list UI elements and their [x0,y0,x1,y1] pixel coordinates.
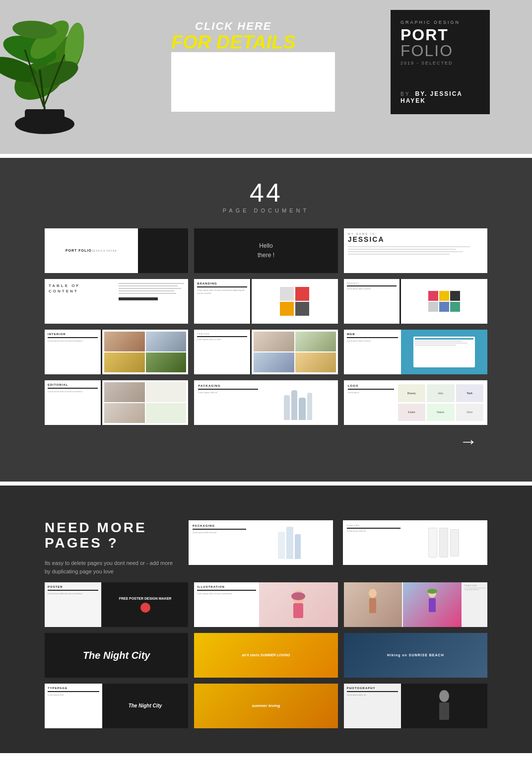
t1-subtitle: JESSICA HAYEK [92,249,118,252]
thumb-row-1: PORT FOLIO JESSICA HAYEK Hellothere ! MY… [45,228,487,273]
thumb-editorial[interactable]: EDITORIAL Lorem ipsum dolor sit amet con… [45,380,188,425]
jessica-label: JESSICA [348,235,483,243]
section-divider-2 [0,482,532,486]
thumb-logo[interactable]: LOGO Lorem ipsum Beauty Idea Tech Estate… [344,380,487,425]
svg-rect-19 [429,598,436,612]
thumb-row-3: EDITORIAL Lorem ipsum dolor sit amet con… [45,380,487,425]
page-number: 44 [45,178,487,208]
pkg2-label: PACKAGING [193,524,246,527]
need-more-top-row: NEED MORE PAGES ? Its easy to delete pag… [45,520,487,576]
thumb-row-nm4: TYPEPAGE Lorem ipsum dolor The Night Cit… [45,684,487,728]
dark-section: 44 PAGE DOCUMENT PORT FOLIO JESSICA HAYE… [0,158,532,482]
svg-point-15 [291,592,305,600]
toc-label: TABLE OFCONTENT [49,283,115,294]
hero-cta-area[interactable]: CLICK HERE For Details [171,20,296,52]
thumb-toc[interactable]: TABLE OFCONTENT [45,279,188,324]
hero-white-card [171,52,335,112]
thumb-interior1[interactable]: INTERIOR Lorem ipsum dolor sit amet cons… [45,330,188,374]
thumb-row-nm2: POSTER Lorem ipsum dolor sit amet consec… [45,582,487,627]
need-more-section: NEED MORE PAGES ? Its easy to delete pag… [0,486,532,753]
thumb-summer[interactable]: all it starts SUMMER LOVING [194,633,337,678]
graphic-design-label: GRAPHIC DESIGN [400,20,460,25]
fashion-figure1 [364,587,382,622]
for-details-text: For Details [171,33,296,52]
thumb-hiking[interactable]: Hiking on SUNRISE BEACH [344,633,487,678]
night-city-text: The Night City [83,650,150,661]
svg-point-16 [369,589,377,598]
thumb-fashion[interactable]: FEATURE Lorem ipsum dolor sit [344,582,487,627]
thumb-whitebag[interactable]: FEATURE Lorem ipsum dolor sit [343,520,487,565]
branding-label: BRANDING [197,282,247,285]
summer-text: all it starts SUMMER LOVING [242,653,290,657]
logo-label: LOGO [348,384,394,387]
hello-text: Hellothere ! [258,241,274,260]
web-label: WEB [347,333,399,336]
plant-svg [0,0,109,139]
jessica-lines [348,246,483,255]
thumb-interior2[interactable]: FEATURE Lorem ipsum dolor sit amet [194,330,337,374]
packaging-label: PACKAGING [198,384,258,387]
thumb-illustration[interactable]: ILLUSTRATION Lorem ipsum dolor sit amet … [194,582,337,627]
page-document-label: PAGE DOCUMENT [45,208,487,213]
click-here-text: CLICK HERE [171,20,296,33]
svg-rect-14 [293,603,303,618]
illustration-figure [286,587,311,622]
page-count-area: 44 PAGE DOCUMENT [45,178,487,213]
thumb-typepage[interactable]: TYPEPAGE Lorem ipsum dolor The Night Cit… [45,684,188,728]
free-poster-text: FREE POSTER DESIGN MAKER [119,596,172,601]
thumb-summer2[interactable]: summer loving [194,684,337,728]
need-more-title: NEED MORE PAGES ? [45,520,179,551]
svg-point-21 [439,690,449,702]
thumb-portfolio-cover[interactable]: PORT FOLIO JESSICA HAYEK [45,228,188,273]
arrow-area[interactable]: → [45,431,487,452]
hiking-text: Hiking on SUNRISE BEACH [387,653,444,658]
thumb-hello[interactable]: Hellothere ! [194,228,337,273]
thumb-web[interactable]: WEB Lorem ipsum dolor sit amet [344,330,487,374]
svg-rect-22 [439,702,449,720]
portfolio-title: PORT FOLIO [400,27,480,59]
svg-rect-1 [25,109,65,127]
svg-rect-17 [369,598,376,613]
by-label: BY. BY. JESSICA HAYEK [400,90,490,104]
thumb-jessica[interactable]: MY NAME IS JESSICA [344,228,487,273]
thumb-typography[interactable]: The Night City [45,633,188,678]
plant-decoration [0,0,109,139]
thumb-row-1b: TABLE OFCONTENT BRANDING Lorem ipsum dol… [45,279,487,324]
poster-label: POSTER [48,585,98,588]
thumb-branding[interactable]: BRANDING Lorem ipsum dolor sit amet cons… [194,279,337,324]
thumb-poster[interactable]: POSTER Lorem ipsum dolor sit amet consec… [45,582,188,627]
thumb-packaging[interactable]: PACKAGING Lorem ipsum dolor sit [194,380,337,425]
thumb-photography[interactable]: PHOTOGRAPHY Lorem ipsum dolor sit [344,684,487,728]
thumb-branding2[interactable]: PROJECT Lorem ipsum dolor sit amet [344,279,487,324]
thumb-packaging2[interactable]: PACKAGING Lorem ipsum dolor sit amet [189,520,333,565]
need-more-text-area: NEED MORE PAGES ? Its easy to delete pag… [45,520,179,576]
fashion-figure2 [424,587,441,622]
photography-label: PHOTOGRAPHY [347,687,399,690]
illus-label: ILLUSTRATION [197,585,256,588]
editorial-label: EDITORIAL [48,383,98,386]
year-label: 2019 - SELECTED [400,61,453,66]
typepage-label: TYPEPAGE [48,687,99,690]
section-divider-1 [0,154,532,158]
need-more-desc: Its easy to delete pages you dont need o… [45,559,179,576]
interior-label: INTERIOR [48,333,98,336]
hero-black-panel: GRAPHIC DESIGN PORT FOLIO 2019 - SELECTE… [391,10,490,114]
arrow-right-icon[interactable]: → [460,431,477,452]
hero-section: CLICK HERE For Details GRAPHIC DESIGN PO… [0,0,532,154]
svg-point-20 [427,589,437,594]
t1-portfoilo-text: PORT FOLIO [66,249,92,252]
thumb-row-2: INTERIOR Lorem ipsum dolor sit amet cons… [45,330,487,374]
photo-figure [434,689,454,723]
thumb-row-nm3: The Night City all it starts SUMMER LOVI… [45,633,487,678]
